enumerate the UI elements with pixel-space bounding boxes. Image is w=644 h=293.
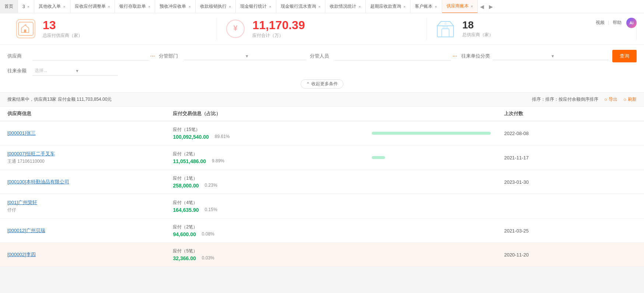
close-icon[interactable]: ×: [471, 4, 473, 8]
nav-tab-overdue[interactable]: 超期应收款查询 ×: [366, 0, 410, 13]
nav-tab-bank-deposit[interactable]: 银行存取款单 ×: [115, 0, 155, 13]
close-icon[interactable]: ×: [403, 4, 406, 9]
filter-category: 往来单位分类 ▼: [461, 52, 609, 60]
supplier-dots-icon[interactable]: ···: [150, 53, 155, 59]
stats-header: ¥ 13 总应付供应商（家） ¥ 11,170.39 应付合计（万）: [0, 13, 644, 45]
video-link[interactable]: 视频: [596, 20, 605, 25]
close-icon[interactable]: ×: [27, 4, 29, 9]
dept-filter-label: 分管部门: [159, 53, 181, 59]
supplier-link[interactable]: [001]广州荣轩: [7, 199, 173, 206]
lastpay-cell: 2021-11-17: [504, 155, 637, 161]
nav-tab-home[interactable]: 首页: [0, 0, 18, 13]
query-button[interactable]: 查询: [612, 50, 637, 62]
nav-tab-adjustment[interactable]: 应收应付调整单 ×: [70, 0, 115, 13]
table-row: [000002]李四 应付（5笔） 32,366.00 0.03% 2020-1…: [0, 243, 644, 267]
svg-rect-7: [442, 29, 449, 37]
chevron-down-icon: ▼: [551, 54, 606, 58]
header-lastpay: 上次付数: [504, 110, 637, 117]
header-supplier: 供应商信息: [7, 110, 173, 117]
nav-tab-3[interactable]: 3 ×: [18, 0, 34, 13]
header-links: 视频 | 帮助 Ai: [596, 18, 637, 28]
supplier-table: 供应商信息 应付交易信息（占比） 上次付数 [000001]张三 应付（15笔）…: [0, 107, 644, 267]
close-icon[interactable]: ×: [358, 4, 361, 9]
export-button[interactable]: ○ 导出: [604, 96, 617, 103]
nav-next-arrow[interactable]: ▶: [487, 0, 496, 13]
svg-rect-9: [446, 26, 448, 29]
close-icon[interactable]: ×: [269, 4, 271, 9]
nav-tab-cash-stats[interactable]: 现金银行统计 ×: [236, 0, 276, 13]
total-payable-suppliers-number: 13: [43, 19, 83, 31]
supplier-link[interactable]: [000100]本特勤油品有限公司: [7, 179, 173, 185]
close-icon[interactable]: ×: [229, 4, 231, 9]
person-dots-icon[interactable]: ···: [452, 53, 457, 59]
header-bar: [372, 110, 504, 117]
collapse-button[interactable]: ⌃ 收起更多条件: [301, 79, 343, 89]
supplier-link[interactable]: [000002]李四: [7, 251, 173, 258]
transaction-label: 应付（2笔）: [173, 224, 371, 230]
table-row: [000100]本特勤油品有限公司 应付（1笔） 258,000.00 0.23…: [0, 170, 644, 194]
refresh-button[interactable]: ○ 刷新: [623, 96, 637, 103]
transaction-amount[interactable]: 258,000.00: [173, 183, 199, 189]
amount-icon: ¥: [224, 18, 246, 40]
close-icon[interactable]: ×: [188, 4, 190, 9]
nav-tab-other-income[interactable]: 其他收入单 ×: [34, 0, 70, 13]
transaction-cell: 应付（1笔） 258,000.00 0.23%: [173, 175, 371, 189]
transaction-percent: 89.61%: [215, 134, 230, 139]
supplier-link[interactable]: [000012]广州贝瑞: [7, 227, 173, 234]
transaction-amount[interactable]: 164,635.90: [173, 207, 199, 213]
nav-tab-prepay[interactable]: 预收冲应收单 ×: [155, 0, 195, 13]
total-suppliers-label: 总供应商（家）: [462, 32, 493, 38]
nav-tab-supplier-ledger[interactable]: 供应商账本 ×: [442, 0, 478, 13]
table-row: [000001]张三 应付（15笔） 100,092,540.00 89.61%…: [0, 121, 644, 145]
nav-tab-cash-flow[interactable]: 现金银行流水查询 ×: [276, 0, 325, 13]
person-input[interactable]: [335, 52, 451, 61]
svg-rect-6: [437, 26, 454, 37]
refresh-icon: ○: [623, 97, 626, 102]
transaction-amount[interactable]: 94,600.00: [173, 231, 196, 237]
close-icon[interactable]: ×: [435, 4, 437, 9]
filter-supplier: 供应商 ···: [7, 52, 155, 61]
filter-row-1: 供应商 ··· 分管部门 ▼ 分管人员 ··· 往来单位分类 ▼: [7, 50, 637, 62]
transaction-percent: 0.15%: [205, 207, 217, 212]
total-suppliers-number: 18: [462, 20, 493, 30]
transaction-amount[interactable]: 32,366.00: [173, 255, 196, 261]
category-select[interactable]: ▼: [493, 52, 609, 60]
results-bar: 搜索结果中，供应商13家 应付金额 111,703,854.00元 排序：排序：…: [0, 93, 644, 107]
nav-tab-receipt-stats[interactable]: 收款情况统计 ×: [325, 0, 365, 13]
table-row: [001]广州荣轩 仔仔 应付（4笔） 164,635.90 0.15%: [0, 194, 644, 219]
transaction-cell: 应付（2笔） 94,600.00 0.08%: [173, 224, 371, 237]
help-link[interactable]: 帮助: [613, 20, 622, 25]
filter-person: 分管人员 ···: [310, 52, 458, 61]
supplier-link[interactable]: [000007]恒旺二手叉车: [7, 151, 173, 157]
supplier-input[interactable]: [32, 52, 148, 61]
stat-block-suppliers: ¥ 13 总应付供应商（家）: [7, 18, 217, 40]
close-icon[interactable]: ×: [108, 4, 110, 9]
transaction-label: 应付（4笔）: [173, 200, 371, 206]
balance-select[interactable]: 选择... ▼: [32, 66, 118, 76]
nav-tab-collection[interactable]: 收款核销执行 ×: [196, 0, 236, 13]
svg-rect-8: [443, 26, 445, 29]
close-icon[interactable]: ×: [63, 4, 65, 9]
nav-prev-arrow[interactable]: ◀: [478, 0, 487, 13]
nav-tab-customer-ledger[interactable]: 客户账本 ×: [410, 0, 442, 13]
transaction-label: 应付（5笔）: [173, 248, 371, 254]
category-filter-label: 往来单位分类: [461, 53, 490, 59]
supplier-cell: [000007]恒旺二手叉车 王通 17106110000: [7, 151, 173, 165]
transaction-amount[interactable]: 11,051,486.00: [173, 158, 206, 164]
filter-row-2: 往来余额 选择... ▼: [7, 66, 118, 76]
total-payable-amount-number: 11,170.39: [252, 19, 305, 31]
transaction-amount[interactable]: 100,092,540.00: [173, 134, 209, 140]
bar-cell: [372, 132, 504, 135]
transaction-percent: 9.89%: [212, 158, 224, 163]
lastpay-cell: 2023-01-30: [504, 179, 637, 185]
close-icon[interactable]: ×: [318, 4, 321, 9]
ai-badge[interactable]: Ai: [626, 18, 637, 28]
transaction-label: 应付（2笔）: [173, 151, 371, 157]
store-icon: 店: [434, 18, 456, 40]
supplier-sub-info: 仔仔: [7, 207, 173, 213]
dept-select[interactable]: ▼: [184, 52, 307, 60]
supplier-link[interactable]: [000001]张三: [7, 130, 173, 137]
filter-balance: 往来余额 选择... ▼: [7, 66, 118, 76]
close-icon[interactable]: ×: [148, 4, 150, 9]
total-payable-amount-label: 应付合计（万）: [252, 32, 305, 39]
